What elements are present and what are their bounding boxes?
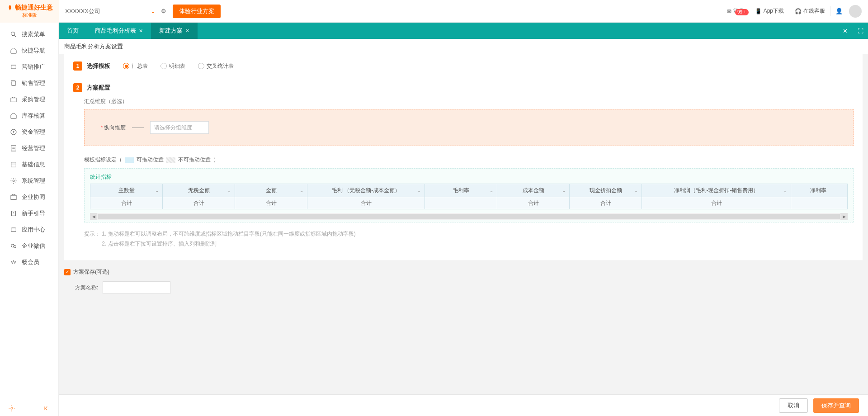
sidebar-item-operation[interactable]: 经营管理 [0,140,58,156]
dimension-select[interactable]: 请选择分组维度 [150,121,209,134]
radio-cross[interactable]: 交叉统计表 [198,62,234,70]
plan-name-row: 方案名称: [75,281,868,294]
checkbox-checked-icon[interactable]: ✓ [64,269,71,275]
legend-close: ） [213,156,219,164]
col-header[interactable]: 成本金额⌄ [497,184,570,197]
grid-sum-row: 合计 合计 合计 合计 合计 合计 合计 [90,197,848,209]
close-icon[interactable]: ✕ [185,28,189,34]
company-select[interactable]: XXXXXX公司 ⌄ [65,5,156,18]
radio-label: 明细表 [169,62,185,70]
col-header[interactable]: 毛利率⌄ [425,184,497,197]
save-query-button[interactable]: 保存并查询 [813,398,859,413]
sidebar-item-label: 基础信息 [22,161,45,169]
scroll-right-icon[interactable]: ▶ [840,213,848,220]
sidebar-item-inventory[interactable]: 库存核算 [0,108,58,124]
sidebar-item-purchase[interactable]: 采购管理 [0,91,58,108]
grid-title: 统计指标 [90,173,848,181]
col-header[interactable]: 主数量⌄ [90,184,163,197]
tip-line: 2. 点击标题栏下拉可设置排序、插入列和删除列 [102,241,216,247]
svg-point-13 [11,407,13,409]
sum-cell [791,197,845,209]
sidebar-item-basedata[interactable]: 基础信息 [0,156,58,173]
radio-detail[interactable]: 明细表 [160,62,185,70]
radio-dot-icon [198,63,204,69]
cancel-button[interactable]: 取消 [779,398,808,413]
step-2: 2 方案配置 [73,83,854,92]
messages-button[interactable]: ✉ 消息 99 + [722,7,750,15]
sidebar-item-appcenter[interactable]: 应用中心 [0,222,58,238]
dimension-section-title: 汇总维度（必选） [84,98,854,105]
sidebar-item-label: 快捷导航 [22,47,45,55]
chevron-down-icon[interactable]: ⌄ [634,188,638,193]
dimension-placeholder: 请选择分组维度 [154,124,192,132]
step-number: 1 [73,61,82,71]
chevron-down-icon[interactable]: ⌄ [300,188,303,193]
horizontal-scrollbar[interactable]: ◀ ▶ [90,213,848,220]
sidebar-item-collab[interactable]: 企业协同 [0,189,58,205]
page-body: 商品毛利分析方案设置 1 选择模板 汇总表 明细表 交叉统计表 2 方案配置 汇… [59,39,868,416]
tab-report[interactable]: 商品毛利分析表✕ [87,23,151,39]
sidebar-item-quicknav[interactable]: 快捷导航 [0,43,58,59]
scroll-track[interactable] [98,214,840,219]
sidebar-item-label: 新手引导 [22,209,45,217]
radio-dot-icon [160,63,167,69]
chevron-down-icon[interactable]: ⌄ [490,188,493,193]
legend-swatch-draggable [125,157,134,163]
tab-new-plan[interactable]: 新建方案✕ [151,23,198,39]
sidebar-item-label: 畅会员 [22,258,39,266]
online-service-label: 在线客服 [803,7,825,15]
gear-icon[interactable]: ⚙ [161,8,166,14]
sidebar-item-funds[interactable]: 资金管理 [0,124,58,140]
sidebar-item-label: 企业微信 [22,242,45,250]
radio-summary[interactable]: 汇总表 [123,62,148,70]
scroll-left-icon[interactable]: ◀ [90,213,97,220]
svg-rect-1 [11,65,16,69]
brand-edition: 标准版 [22,12,37,19]
close-icon[interactable]: ✕ [139,28,143,34]
legend-label: 模板指标设定（ [84,156,122,164]
sidebar-item-label: 经营管理 [22,144,45,152]
tab-home[interactable]: 首页 [59,23,87,39]
col-header[interactable]: 毛利 （无税金额-成本金额）⌄ [307,184,425,197]
collapse-icon[interactable] [43,405,50,412]
settings-icon[interactable] [8,405,15,412]
sidebar-item-wechat[interactable]: 企业微信 [0,238,58,254]
sidebar-item-member[interactable]: 畅会员 [0,254,58,270]
sidebar-item-search[interactable]: 搜索菜单 [0,26,58,43]
user-icon[interactable]: 👤 [835,8,843,14]
chevron-down-icon[interactable]: ⌄ [417,188,421,193]
sidebar-item-guide[interactable]: 新手引导 [0,205,58,222]
svg-rect-5 [11,162,16,167]
col-header[interactable]: 无税金额⌄ [163,184,235,197]
tabs-close-all-icon[interactable]: ✕ [837,28,853,34]
sum-cell: 合计 [497,197,570,209]
sidebar-item-sales[interactable]: 销售管理 [0,75,58,91]
chevron-down-icon[interactable]: ⌄ [562,188,566,193]
page-title: 商品毛利分析方案设置 [59,39,868,54]
app-download-button[interactable]: 📱 App下载 [750,7,789,15]
legend-text: 可拖动位置 [137,156,164,164]
sidebar-item-marketing[interactable]: 营销推广 [0,59,58,75]
sidebar-item-label: 资金管理 [22,128,45,136]
svg-rect-10 [11,228,16,232]
svg-rect-2 [11,98,16,102]
plan-name-input[interactable] [103,281,170,294]
col-header[interactable]: 净利润（毛利-现金折扣-销售费用）⌄ [642,184,791,197]
left-sidebar: 搜索菜单 快捷导航 营销推广 销售管理 采购管理 库存核算 资金管理 经营管理 … [0,23,59,416]
chevron-down-icon[interactable]: ⌄ [155,188,159,193]
step-label: 选择模板 [87,62,110,70]
save-plan-label: 方案保存(可选) [73,268,109,276]
svg-rect-8 [11,211,15,216]
chevron-down-icon[interactable]: ⌄ [227,188,231,193]
tab-label: 首页 [67,27,79,35]
chevron-down-icon[interactable]: ⌄ [783,188,787,193]
col-header[interactable]: 现金折扣金额⌄ [570,184,642,197]
fullscreen-icon[interactable]: ⛶ [853,28,868,34]
page-scroll[interactable]: 1 选择模板 汇总表 明细表 交叉统计表 2 方案配置 汇总维度（必选） *纵向… [59,54,868,394]
sidebar-item-system[interactable]: 系统管理 [0,173,58,189]
col-header[interactable]: 金额⌄ [235,184,307,197]
avatar[interactable] [849,5,862,18]
online-service-button[interactable]: 🎧 在线客服 [789,7,830,15]
col-header[interactable]: 净利率 [791,184,845,197]
try-plan-button[interactable]: 体验行业方案 [173,5,221,18]
